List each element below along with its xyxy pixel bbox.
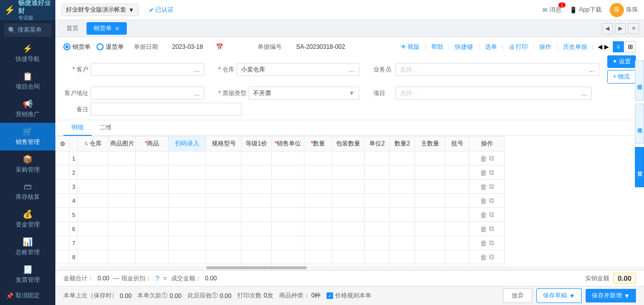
logistics-button[interactable]: + 物流 [607,70,636,84]
sidebar-search-area[interactable]: 🔍 搜索菜单 [0,20,55,40]
col-settings-header[interactable]: ⚙ [56,136,70,151]
toolbar-shortcut-button[interactable]: 快捷键 [452,42,476,52]
tab-2d[interactable]: 二维 [92,120,120,136]
col-goods-header[interactable]: *商品 [136,136,169,151]
project-select-icon[interactable]: ... [581,89,587,97]
toolbar-help-button[interactable]: 帮助 [428,42,446,52]
col-grade-header[interactable]: 等级1价 [242,136,272,151]
user-area[interactable]: 珠 珠珠 [610,3,638,17]
row-3-copy-icon[interactable]: ⧉ [489,182,494,191]
row-5-delete-icon[interactable]: 🗑 [480,211,487,219]
sidebar-item-invoice[interactable]: 🧾 发票管理 [0,261,55,286]
col-unit2-header[interactable]: 单位2 [365,136,390,151]
toolbar-view-button[interactable]: 👁视版 [397,42,423,52]
col-pkg-qty-header[interactable]: 包装数量 [332,136,365,151]
actual-amount-value: 0.00 [613,273,636,284]
print-count-stat: 打印次数 0次 [237,291,273,300]
address-select-icon[interactable]: ... [194,89,200,97]
row-6-copy-icon[interactable]: ⧉ [489,224,494,233]
tab-sales-order[interactable]: 销货单 ✕ [87,22,127,35]
abandon-button[interactable]: 放弃 [503,288,532,303]
col-unit-header[interactable]: *销售单位 [272,136,304,151]
price-check-checkbox[interactable] [327,292,333,299]
col-scan-header[interactable]: 扫码录入 [169,136,206,151]
salesperson-input[interactable]: 选择... ... [395,63,599,76]
row-3-delete-icon[interactable]: 🗑 [480,183,487,191]
address-input[interactable]: ... [91,87,204,100]
sidebar-item-purchase[interactable]: 📦 采购管理 [0,150,55,178]
row-1-copy-icon[interactable]: ⧉ [489,154,494,163]
col-spec-header[interactable]: 规格型号 [206,136,242,151]
salesperson-select-icon[interactable]: ... [589,65,595,73]
right-float-btn-3[interactable]: 反馈 [635,147,644,187]
toolbar-history-button[interactable]: 历史单据 [560,42,590,52]
save-new-button-group: 保存并新增 ▼ [586,289,636,302]
radio-dot-sales [63,43,70,50]
col-main-qty-header[interactable]: 主数量 [415,136,445,151]
project-input[interactable]: 选择... ... [395,87,592,100]
col-image-header[interactable]: 商品图片 [108,136,136,151]
tab-close-all-button[interactable]: ✕ [628,23,639,34]
calendar-icon[interactable]: 📅 [216,43,223,50]
row-2-delete-icon[interactable]: 🗑 [480,169,487,177]
col-warehouse-header[interactable]: ⇅ 仓库 [78,136,108,151]
sidebar-item-project[interactable]: 📋 项目合同 [0,67,55,95]
row-4-copy-icon[interactable]: ⧉ [489,196,494,205]
right-float-btn-2[interactable]: 收藏 [635,104,644,144]
salesperson-placeholder: 选择... [400,65,417,74]
sidebar-bottom: 📌 取消固定 [0,286,55,305]
warehouse-select-icon[interactable]: ... [349,65,355,73]
tab-close-icon[interactable]: ✕ [115,25,120,32]
col-batch-header[interactable]: 批号 [445,136,469,151]
horizontal-scrollbar[interactable] [55,266,644,270]
grid-view-grid-button[interactable]: ⊞ [625,41,636,52]
toolbar-operate-button[interactable]: 操作 [536,42,554,52]
goods-type-label: 商品种类： [279,291,309,300]
row-7-delete-icon[interactable]: 🗑 [480,239,487,247]
row-2-copy-icon[interactable]: ⧉ [489,168,494,177]
invoice-select[interactable]: 不开票 ▼ [249,87,359,100]
sidebar: ⚡ 畅捷通好业财 专业版 🔍 搜索菜单 ⚡ 快捷导航 📋 项目合同 📢 营销推广… [0,0,55,305]
price-check-group[interactable]: 价格规则本单 [327,291,371,300]
sidebar-item-accounts[interactable]: 📊 总账管理 [0,233,55,261]
save-new-button[interactable]: 保存并新增 ▼ [586,289,636,302]
company-dropdown[interactable]: 好业财专业版演示帐套 ▼ [61,4,139,16]
col-qty-header[interactable]: *数量 [304,136,332,151]
tab-prev-button[interactable]: ◀ [602,23,613,34]
scrollbar-thumb[interactable] [206,266,307,269]
sidebar-item-inventory[interactable]: 🗃 库存核算 [0,178,55,205]
customer-select-icon[interactable]: ... [194,65,200,73]
sidebar-item-sales[interactable]: 🛒 销售管理 [0,123,55,150]
sidebar-item-quick-nav[interactable]: ⚡ 快捷导航 [0,40,55,67]
discount-help-icon[interactable]: ? [155,274,159,282]
warehouse-input[interactable]: 小卖仓库 ... [236,63,359,76]
row-7-copy-icon[interactable]: ⧉ [489,239,494,247]
row-1-delete-icon[interactable]: 🗑 [480,155,487,163]
row-4-delete-icon[interactable]: 🗑 [480,197,487,205]
row-5-copy-icon[interactable]: ⧉ [489,210,494,219]
tab-detail[interactable]: 明细 [63,120,92,136]
customer-input[interactable]: ... [91,63,204,76]
radio-sales-order[interactable]: 销货单 [63,43,91,51]
col-qty2-header[interactable]: 数量2 [390,136,415,151]
toolbar-select-button[interactable]: 选单 [482,42,500,52]
right-float-btn-1[interactable]: 提醒 [635,60,644,101]
message-button[interactable]: ✉ 1 消息 [542,6,561,14]
tab-home[interactable]: 首页 [60,22,85,35]
row-8-copy-icon[interactable]: ⧉ [489,253,494,261]
save-draft-button[interactable]: 保存草稿 ▼ [536,288,582,303]
settings-button[interactable]: ✦ 设置 [607,55,636,68]
toolbar-print-button[interactable]: 🖨打印 [506,42,531,52]
radio-return-order[interactable]: 退货单 [97,43,124,51]
tab-next-button[interactable]: ▶ [615,23,626,34]
sidebar-item-marketing[interactable]: 📢 营销推广 [0,95,55,123]
row-8-delete-icon[interactable]: 🗑 [480,253,487,261]
grid-view-list-button[interactable]: ≡ [613,41,624,52]
sidebar-item-funds[interactable]: 💰 资金管理 [0,205,55,233]
app-logo: ⚡ 畅捷通好业财 专业版 [0,0,55,20]
search-menu-button[interactable]: 🔍 搜索菜单 [4,23,51,37]
cancel-fixed-button[interactable]: 📌 取消固定 [4,289,51,302]
row-6-delete-icon[interactable]: 🗑 [480,225,487,233]
notes-input[interactable] [91,103,242,116]
app-download-button[interactable]: 📱 App下载 [570,6,602,14]
